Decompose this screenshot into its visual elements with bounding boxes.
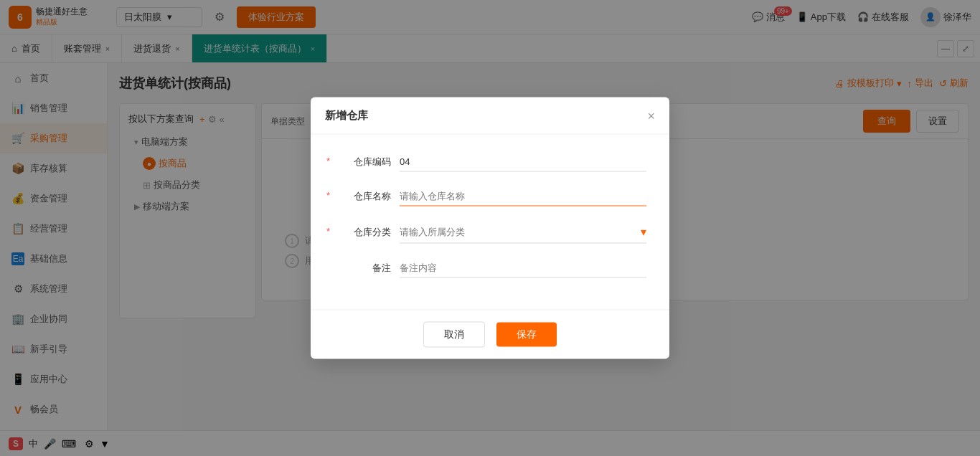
warehouse-note-input[interactable] <box>400 258 646 278</box>
chevron-down-icon[interactable]: ▾ <box>641 225 646 239</box>
warehouse-code-input[interactable] <box>400 152 646 172</box>
warehouse-category-label: 仓库分类 <box>334 226 391 239</box>
warehouse-category-select[interactable]: ▾ <box>400 221 646 244</box>
modal-footer: 取消 保存 <box>311 310 669 359</box>
save-button[interactable]: 保存 <box>496 323 557 347</box>
warehouse-note-row: 备注 <box>334 258 646 278</box>
warehouse-name-label: 仓库名称 <box>334 190 391 203</box>
modal-title: 新增仓库 <box>325 109 368 123</box>
warehouse-category-row: 仓库分类 ▾ <box>334 221 646 244</box>
warehouse-name-row: 仓库名称 <box>334 186 646 206</box>
modal-close-button[interactable]: × <box>647 109 655 122</box>
cancel-button[interactable]: 取消 <box>423 322 485 348</box>
warehouse-code-row: 仓库编码 <box>334 152 646 172</box>
modal-body: 仓库编码 仓库名称 仓库分类 ▾ 备注 <box>311 135 669 310</box>
modal-header: 新增仓库 × <box>311 98 669 135</box>
warehouse-code-label: 仓库编码 <box>334 156 391 168</box>
warehouse-name-input[interactable] <box>400 186 646 206</box>
new-warehouse-modal: 新增仓库 × 仓库编码 仓库名称 仓库分类 ▾ 备注 取消 保存 <box>311 98 669 359</box>
warehouse-category-input[interactable] <box>400 227 641 237</box>
warehouse-note-label: 备注 <box>334 262 391 275</box>
